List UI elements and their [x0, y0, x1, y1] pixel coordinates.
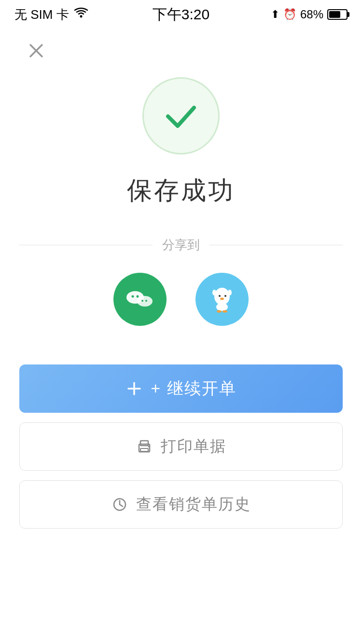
- status-left: 无 SIM 卡: [14, 6, 88, 23]
- svg-point-18: [212, 290, 216, 295]
- success-icon-circle: [142, 77, 220, 154]
- alarm-icon: ⏰: [283, 8, 296, 21]
- battery-icon: [327, 9, 348, 20]
- print-button[interactable]: 打印单据: [19, 422, 343, 471]
- history-label: 查看销货单历史: [136, 494, 251, 515]
- close-button[interactable]: [24, 39, 48, 63]
- battery-percent: 68%: [300, 8, 323, 21]
- plus-icon: [125, 380, 143, 397]
- svg-point-13: [219, 295, 221, 297]
- wechat-icon: [123, 282, 157, 317]
- share-section: 分享到: [19, 237, 343, 326]
- svg-point-9: [214, 288, 230, 305]
- action-buttons: + 继续开单 打印单据 查看销货单历史: [19, 364, 343, 529]
- share-icons: [113, 273, 249, 326]
- status-right: ⬆ ⏰ 68%: [271, 8, 348, 21]
- main-content: 保存成功 分享到: [0, 29, 362, 548]
- status-bar: 无 SIM 卡 下午3:20 ⬆ ⏰ 68%: [0, 0, 362, 29]
- carrier-text: 无 SIM 卡: [14, 6, 69, 23]
- qq-icon: [206, 283, 238, 316]
- print-label: 打印单据: [161, 436, 226, 457]
- svg-point-6: [137, 295, 139, 298]
- svg-point-19: [228, 290, 232, 295]
- svg-line-28: [120, 504, 123, 506]
- svg-point-14: [224, 295, 226, 297]
- wechat-share-button[interactable]: [113, 273, 167, 326]
- wifi-icon: [74, 7, 88, 22]
- print-icon: [136, 438, 153, 455]
- svg-point-5: [132, 295, 134, 298]
- checkmark-icon: [159, 94, 203, 138]
- qq-share-button[interactable]: [195, 273, 249, 326]
- svg-point-15: [220, 298, 224, 300]
- history-icon: [111, 496, 128, 513]
- svg-point-10: [216, 303, 228, 311]
- share-divider: 分享到: [19, 237, 343, 253]
- status-time: 下午3:20: [153, 5, 209, 25]
- success-title: 保存成功: [127, 174, 235, 208]
- svg-point-4: [137, 296, 153, 307]
- history-button[interactable]: 查看销货单历史: [19, 480, 343, 529]
- continue-order-button[interactable]: + 继续开单: [19, 364, 343, 413]
- svg-point-8: [145, 300, 147, 302]
- svg-point-16: [217, 310, 222, 313]
- svg-point-0: [80, 15, 82, 17]
- location-icon: ⬆: [271, 8, 279, 21]
- svg-rect-24: [140, 448, 148, 451]
- share-label: 分享到: [162, 237, 200, 253]
- svg-point-17: [223, 310, 227, 313]
- svg-point-25: [148, 446, 150, 448]
- svg-point-7: [141, 300, 143, 302]
- svg-rect-23: [140, 441, 148, 446]
- continue-order-label: + 继续开单: [151, 378, 236, 400]
